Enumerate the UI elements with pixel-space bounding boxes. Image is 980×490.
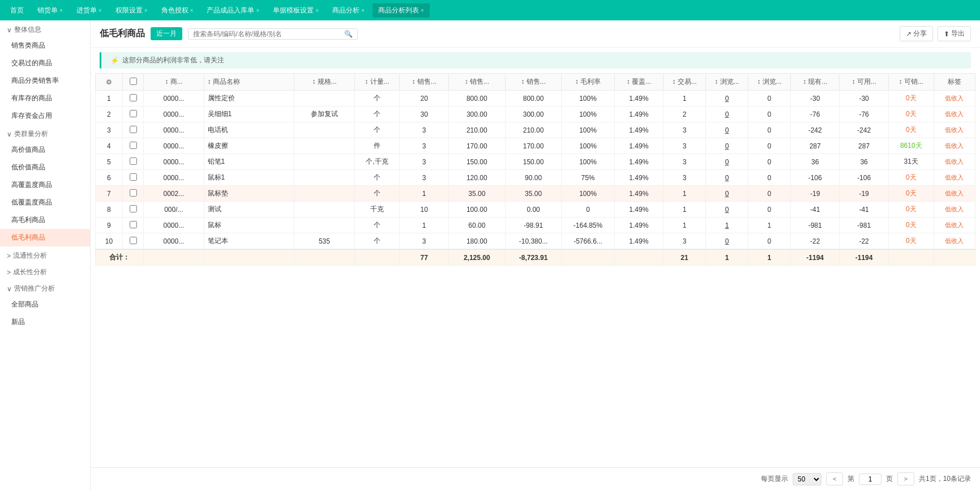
sidebar-item-capital[interactable]: 库存资金占用 bbox=[0, 107, 90, 125]
row-spec bbox=[294, 186, 354, 202]
date-filter-btn[interactable]: 近一月 bbox=[151, 27, 182, 40]
sidebar-item-category-rate[interactable]: 商品分类销售率 bbox=[0, 72, 90, 90]
th-unit[interactable]: ↕ 计量... bbox=[354, 74, 400, 91]
sidebar-item-high-coverage[interactable]: 高覆盖度商品 bbox=[0, 176, 90, 194]
row-check[interactable] bbox=[122, 186, 143, 202]
nav-product-instock[interactable]: 产品成品入库单 × bbox=[201, 3, 265, 18]
row-views1[interactable]: 0 bbox=[706, 170, 748, 186]
export-btn[interactable]: ⬆ 导出 bbox=[938, 26, 971, 41]
search-icon[interactable]: 🔍 bbox=[344, 30, 353, 38]
row-checkbox[interactable] bbox=[130, 189, 137, 197]
gear-icon[interactable]: ⚙ bbox=[106, 78, 112, 86]
nav-home[interactable]: 首页 bbox=[5, 3, 29, 18]
row-views1[interactable]: 0 bbox=[706, 106, 748, 122]
sidebar-group-growth[interactable]: > 成长性分析 bbox=[0, 263, 90, 279]
th-avail-stock[interactable]: ↕ 可用... bbox=[840, 74, 888, 91]
row-check[interactable] bbox=[122, 233, 143, 250]
row-checkbox[interactable] bbox=[130, 205, 137, 212]
row-saleable-days: 0天 bbox=[888, 202, 934, 218]
nav-close-purchase[interactable]: × bbox=[99, 7, 102, 14]
th-code[interactable]: ↕ 商... bbox=[144, 74, 204, 91]
row-views1[interactable]: 0 bbox=[706, 154, 748, 170]
sidebar-item-traded[interactable]: 交易过的商品 bbox=[0, 54, 90, 72]
row-checkbox[interactable] bbox=[130, 173, 137, 181]
row-checkbox[interactable] bbox=[130, 94, 137, 101]
per-page-select[interactable]: 20 50 100 bbox=[793, 473, 821, 485]
nav-close-template[interactable]: × bbox=[315, 7, 319, 14]
nav-close-analysis-list[interactable]: × bbox=[421, 7, 424, 14]
row-views1[interactable]: 0 bbox=[706, 91, 748, 106]
nav-role-auth[interactable]: 角色授权 × bbox=[156, 3, 199, 18]
select-all-checkbox[interactable] bbox=[130, 78, 137, 85]
row-check[interactable] bbox=[122, 170, 143, 186]
row-trade-count: 1 bbox=[664, 218, 706, 233]
search-input[interactable] bbox=[193, 30, 344, 38]
nav-product-analysis[interactable]: 商品分析 × bbox=[327, 3, 370, 18]
table-row: 6 0000... 鼠标1 个 3 120.00 90.00 75% 1.49%… bbox=[96, 170, 975, 186]
row-check[interactable] bbox=[122, 202, 143, 218]
sidebar-item-low-margin[interactable]: 低毛利商品 bbox=[0, 229, 90, 246]
row-views1[interactable]: 0 bbox=[706, 138, 748, 154]
nav-close-sales[interactable]: × bbox=[59, 7, 63, 14]
row-views1[interactable]: 0 bbox=[706, 233, 748, 250]
row-check[interactable] bbox=[122, 106, 143, 122]
th-gross-rate[interactable]: ↕ 毛利率 bbox=[562, 74, 614, 91]
sidebar-group-cluster[interactable]: ∨ 类群量分析 bbox=[0, 125, 90, 141]
th-settings[interactable]: ⚙ bbox=[96, 74, 123, 91]
row-check[interactable] bbox=[122, 218, 143, 233]
row-checkbox[interactable] bbox=[130, 157, 137, 165]
sidebar-item-high-margin[interactable]: 高毛利商品 bbox=[0, 211, 90, 229]
row-sales-profit: 0.00 bbox=[505, 202, 562, 218]
th-current-stock[interactable]: ↕ 现有... bbox=[790, 74, 839, 91]
th-check[interactable] bbox=[122, 74, 143, 91]
nav-close-role[interactable]: × bbox=[190, 7, 194, 14]
sidebar-item-new-products[interactable]: 新品 bbox=[0, 313, 90, 331]
row-checkbox[interactable] bbox=[130, 237, 137, 244]
row-views1[interactable]: 0 bbox=[706, 122, 748, 138]
page-input[interactable] bbox=[859, 474, 881, 485]
share-btn[interactable]: ↗ 分享 bbox=[900, 26, 933, 41]
nav-close-product[interactable]: × bbox=[256, 7, 259, 14]
th-coverage[interactable]: ↕ 覆盖... bbox=[614, 74, 663, 91]
row-views1[interactable]: 0 bbox=[706, 202, 748, 218]
row-tag: 低收入 bbox=[934, 106, 975, 122]
sidebar-item-all-products[interactable]: 全部商品 bbox=[0, 296, 90, 313]
nav-analysis-list[interactable]: 商品分析列表 × bbox=[373, 3, 430, 18]
row-checkbox[interactable] bbox=[130, 126, 137, 133]
nav-purchase-order[interactable]: 进货单 × bbox=[71, 3, 108, 18]
next-page-btn[interactable]: ＞ bbox=[897, 472, 914, 485]
nav-close-permissions[interactable]: × bbox=[144, 7, 148, 14]
row-check[interactable] bbox=[122, 138, 143, 154]
row-views1[interactable]: 1 bbox=[706, 218, 748, 233]
row-checkbox[interactable] bbox=[130, 221, 137, 228]
nav-template-settings[interactable]: 单据模板设置 × bbox=[267, 3, 324, 18]
prev-page-btn[interactable]: ＜ bbox=[826, 472, 843, 485]
th-views2[interactable]: ↕ 浏览... bbox=[748, 74, 790, 91]
sidebar-item-low-value[interactable]: 低价值商品 bbox=[0, 159, 90, 176]
sidebar-group-overall[interactable]: ∨ 整体信息 bbox=[0, 20, 90, 37]
row-check[interactable] bbox=[122, 91, 143, 106]
th-saleable-days[interactable]: ↕ 可销... bbox=[888, 74, 934, 91]
th-spec[interactable]: ↕ 规格... bbox=[294, 74, 354, 91]
th-views1[interactable]: ↕ 浏览... bbox=[706, 74, 748, 91]
th-sales-qty[interactable]: ↕ 销售... bbox=[400, 74, 448, 91]
row-spec bbox=[294, 202, 354, 218]
sidebar-item-low-coverage[interactable]: 低覆盖度商品 bbox=[0, 194, 90, 211]
nav-permissions[interactable]: 权限设置 × bbox=[110, 3, 153, 18]
row-check[interactable] bbox=[122, 122, 143, 138]
sidebar-group-flow[interactable]: > 流通性分析 bbox=[0, 246, 90, 263]
th-sales-profit[interactable]: ↕ 销售... bbox=[505, 74, 562, 91]
sidebar-item-in-stock[interactable]: 有库存的商品 bbox=[0, 90, 90, 107]
th-trade-count[interactable]: ↕ 交易... bbox=[664, 74, 706, 91]
sidebar-item-sales-category[interactable]: 销售类商品 bbox=[0, 37, 90, 54]
row-checkbox[interactable] bbox=[130, 142, 137, 149]
row-check[interactable] bbox=[122, 154, 143, 170]
nav-close-analysis[interactable]: × bbox=[361, 7, 365, 14]
sidebar-item-high-value[interactable]: 高价值商品 bbox=[0, 141, 90, 159]
row-views1[interactable]: 0 bbox=[706, 186, 748, 202]
th-name[interactable]: ↕ 商品名称 bbox=[204, 74, 294, 91]
nav-sales-order[interactable]: 销货单 × bbox=[32, 3, 69, 18]
row-checkbox[interactable] bbox=[130, 110, 137, 117]
th-sales-amt[interactable]: ↕ 销售... bbox=[448, 74, 505, 91]
sidebar-group-marketing[interactable]: ∨ 营销推广分析 bbox=[0, 279, 90, 296]
